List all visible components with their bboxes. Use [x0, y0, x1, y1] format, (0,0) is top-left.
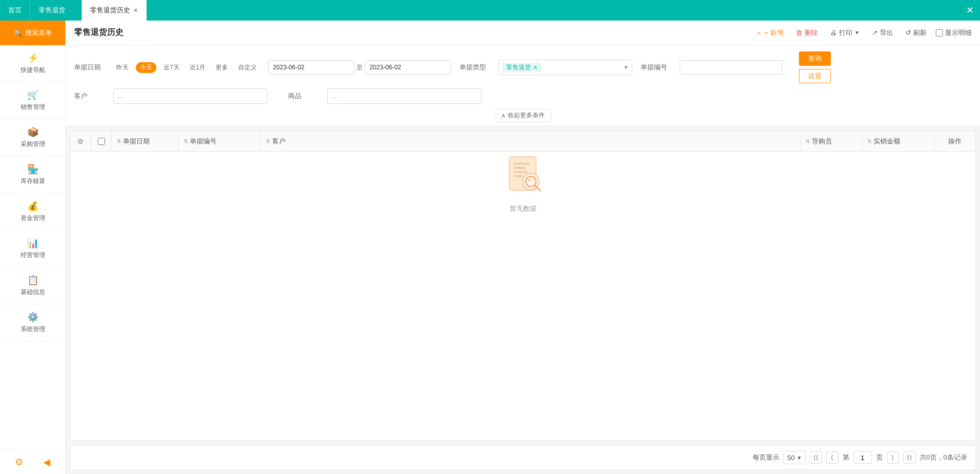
- customer-input-wrap[interactable]: ...: [113, 88, 268, 104]
- show-detail-checkbox-wrap[interactable]: 显示明细: [936, 28, 972, 38]
- query-settings: 查询 设置: [799, 51, 831, 83]
- sidebar-item-operations-label: 经营管理: [21, 251, 45, 260]
- page-summary: 共0页，0条记录: [920, 453, 967, 462]
- sidebar-item-purchase-mgmt[interactable]: 📦 采购管理: [0, 119, 65, 156]
- th-customer-label: 客户: [272, 137, 286, 146]
- th-checkbox[interactable]: [91, 131, 112, 151]
- first-page-button[interactable]: ⟨⟨: [810, 451, 822, 464]
- date-opt-7days[interactable]: 近7天: [161, 62, 183, 73]
- date-opt-1month[interactable]: 近1月: [187, 62, 209, 73]
- show-detail-label: 显示明细: [945, 28, 972, 38]
- window-close-button[interactable]: ✕: [959, 0, 980, 21]
- sidebar-collapse-icon[interactable]: ◀: [43, 457, 50, 468]
- print-button[interactable]: 🖨 打印 ▼: [827, 26, 863, 40]
- svg-rect-2: [513, 167, 526, 169]
- select-all-checkbox[interactable]: [98, 138, 105, 145]
- sidebar-bottom: ⚙ ◀: [0, 449, 65, 474]
- purchase-mgmt-icon: 📦: [27, 126, 39, 138]
- refresh-button[interactable]: ↺ 刷新: [902, 26, 930, 40]
- collapse-row: ∧ 收起更多条件: [74, 109, 972, 122]
- goods-input-wrap[interactable]: ...: [327, 88, 482, 104]
- date-to-input[interactable]: [365, 60, 451, 75]
- tab-retail-return-close[interactable]: ✕: [68, 7, 73, 14]
- th-amount-label: 实销金额: [874, 137, 900, 146]
- sidebar-item-sys-mgmt[interactable]: ⚙️ 系统管理: [0, 304, 65, 341]
- th-guide[interactable]: ⇅ 导购员: [800, 131, 862, 151]
- refresh-label: 刷新: [913, 28, 926, 38]
- sidebar-item-sales-mgmt[interactable]: 🛒 销售管理: [0, 82, 65, 119]
- th-settings[interactable]: ⚙: [70, 131, 91, 151]
- date-opt-custom[interactable]: 自定义: [235, 62, 260, 73]
- total-records: 0条记录: [943, 453, 967, 461]
- sales-mgmt-icon: 🛒: [27, 89, 39, 101]
- tab-retail-return-history-close[interactable]: ✕: [133, 7, 138, 14]
- filter-area: 单据日期 昨天 今天 近7天 近1月 更多 自定义 至 单据类型: [66, 45, 980, 126]
- date-opt-today[interactable]: 今天: [136, 62, 156, 73]
- svg-rect-4: [513, 175, 523, 177]
- th-customer[interactable]: ⇅ 客户: [261, 131, 800, 151]
- settings-button[interactable]: 设置: [799, 69, 831, 83]
- query-button[interactable]: 查询: [799, 51, 831, 66]
- th-doc-date[interactable]: ⇅ 单据日期: [112, 131, 179, 151]
- th-doc-no[interactable]: ⇅ 单据编号: [179, 131, 261, 151]
- delete-button[interactable]: 🗑 删除: [793, 26, 821, 40]
- inventory-icon: 🏪: [27, 163, 39, 175]
- filter-row-2: 客户 ... 商品 ...: [74, 88, 972, 104]
- last-page-button[interactable]: ⟩⟩: [903, 451, 916, 464]
- empty-illustration: [500, 152, 546, 198]
- show-detail-checkbox[interactable]: [936, 29, 943, 37]
- delete-icon: 🗑: [796, 29, 803, 37]
- main-layout: 🔍 搜索菜单 ⚡ 快捷导航 🛒 销售管理 📦 采购管理 🏪 库存核算 💰 资金管…: [0, 21, 980, 474]
- page-size-select[interactable]: 50 ▼: [783, 451, 805, 464]
- sidebar-item-quick-nav[interactable]: ⚡ 快捷导航: [0, 45, 65, 82]
- go-page-label: 第: [843, 453, 849, 462]
- page-input[interactable]: [853, 451, 872, 464]
- tab-retail-return-label: 零售退货: [39, 6, 65, 15]
- sidebar-item-finance[interactable]: 💰 资金管理: [0, 193, 65, 230]
- th-amount[interactable]: ⇅ 实销金额: [862, 131, 934, 151]
- goods-label: 商品: [288, 92, 319, 101]
- sidebar: 🔍 搜索菜单 ⚡ 快捷导航 🛒 销售管理 📦 采购管理 🏪 库存核算 💰 资金管…: [0, 21, 66, 474]
- top-bar: 首页 零售退货 ✕ 零售退货历史 ✕ ✕: [0, 0, 980, 21]
- th-guide-label: 导购员: [812, 137, 832, 146]
- tab-retail-return[interactable]: 零售退货 ✕: [30, 0, 82, 21]
- sidebar-item-basic-info[interactable]: 📋 基础信息: [0, 267, 65, 304]
- sys-mgmt-icon: ⚙️: [27, 312, 39, 323]
- svg-rect-3: [513, 171, 528, 173]
- th-guide-sort-icon: ⇅: [806, 138, 810, 144]
- prev-page-button[interactable]: ⟨: [826, 451, 839, 464]
- next-page-button[interactable]: ⟩: [887, 451, 899, 464]
- sidebar-search[interactable]: 🔍 搜索菜单: [0, 21, 65, 45]
- svg-rect-1: [513, 163, 530, 165]
- tab-retail-return-history[interactable]: 零售退货历史 ✕: [82, 0, 147, 21]
- delete-label: 删除: [805, 28, 818, 38]
- tab-home[interactable]: 首页: [0, 0, 30, 21]
- th-actions-label: 操作: [948, 137, 961, 146]
- empty-state: 暂无数据: [500, 152, 546, 213]
- filter-row-1: 单据日期 昨天 今天 近7天 近1月 更多 自定义 至 单据类型: [74, 51, 972, 83]
- quick-nav-icon: ⚡: [27, 52, 39, 64]
- th-actions: 操作: [934, 131, 975, 151]
- doc-type-tag-close[interactable]: ✕: [533, 64, 538, 71]
- sidebar-item-inventory[interactable]: 🏪 库存核算: [0, 156, 65, 193]
- new-icon: ＋: [756, 28, 762, 38]
- date-from-input[interactable]: [268, 60, 354, 75]
- print-dropdown-icon: ▼: [854, 30, 860, 35]
- doc-no-label: 单据编号: [640, 63, 671, 72]
- collapse-icon: ∧: [501, 112, 506, 119]
- sidebar-settings-icon[interactable]: ⚙: [15, 457, 23, 468]
- collapse-button[interactable]: ∧ 收起更多条件: [494, 109, 551, 122]
- page-suffix-label: 页: [876, 453, 883, 462]
- date-range-opts: 昨天 今天 近7天 近1月 更多 自定义: [113, 62, 260, 73]
- finance-icon: 💰: [27, 200, 39, 212]
- doc-type-select[interactable]: 零售退货 ✕ ▼: [498, 60, 632, 75]
- print-label: 打印: [839, 28, 852, 38]
- new-button[interactable]: ＋ + 新增: [753, 26, 787, 40]
- sidebar-item-operations[interactable]: 📊 经营管理: [0, 230, 65, 267]
- page-size-dropdown-icon: ▼: [797, 455, 802, 461]
- date-opt-more[interactable]: 更多: [212, 62, 231, 73]
- svg-point-8: [528, 179, 530, 181]
- date-opt-yesterday[interactable]: 昨天: [113, 62, 132, 73]
- doc-no-input[interactable]: [680, 60, 782, 75]
- export-button[interactable]: ↗ 导出: [869, 26, 896, 40]
